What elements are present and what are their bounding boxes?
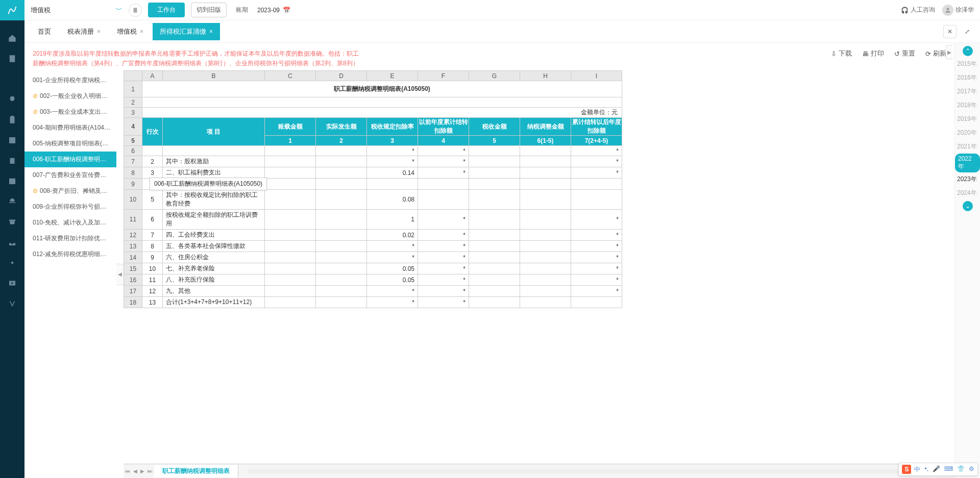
cell[interactable] [520,274,571,286]
row-header-18[interactable]: 18 [124,297,142,308]
cell-item[interactable]: 其中：按税收规定比例扣除的职工教育经费 [163,190,265,210]
download-button[interactable]: ⇩下载 [831,49,852,58]
form-item-10[interactable]: 011-研发费用加计扣除优惠... [24,231,116,246]
form-item-8[interactable]: 009-企业所得税弥补亏损明... [24,199,116,215]
cell[interactable] [367,252,418,263]
cell[interactable] [571,156,622,167]
cell[interactable] [418,286,469,297]
nav-shirt-icon[interactable] [0,150,24,171]
sheet-tab[interactable]: 职工薪酬纳税调整明细表 [154,465,238,477]
cell[interactable] [418,179,469,190]
col-header-C[interactable]: C [265,71,316,81]
cell[interactable] [418,167,469,179]
col-header-I[interactable]: I [571,71,622,81]
cell[interactable]: 0.08 [367,190,418,210]
cell[interactable] [418,210,469,230]
cell[interactable] [316,179,367,190]
cell[interactable] [265,252,316,263]
row-header-5[interactable]: 5 [124,136,142,146]
cell[interactable] [418,156,469,167]
cell[interactable] [265,167,316,179]
nav-video-icon[interactable] [0,273,24,293]
cell[interactable] [520,297,571,308]
sheet-prev-icon[interactable]: ◀ [133,468,137,474]
cell[interactable] [316,210,367,230]
col-header-E[interactable]: E [367,71,418,81]
row-header-15[interactable]: 15 [124,263,142,274]
collapse-handle[interactable]: ◀ [116,70,124,478]
year-item-2020年[interactable]: 2020年 [955,126,980,140]
col-header-B[interactable]: B [163,71,265,81]
cell-item[interactable]: 六、住房公积金 [163,252,265,263]
row-header-7[interactable]: 7 [124,156,142,167]
tax-type-select[interactable]: 增值税 ﹀ [31,6,122,15]
cell[interactable] [418,297,469,308]
cell[interactable] [265,179,316,190]
cell[interactable] [469,179,520,190]
cell[interactable] [265,263,316,274]
cell[interactable] [265,241,316,252]
year-item-2017年[interactable]: 2017年 [955,85,980,98]
right-expand-handle[interactable]: ▶ [945,45,952,59]
cell-seq[interactable]: 5 [142,190,163,210]
cell-seq[interactable]: 10 [142,263,163,274]
cell[interactable] [316,146,367,156]
cell-seq[interactable]: 11 [142,274,163,286]
switch-old-button[interactable]: 切到旧版 [191,3,227,17]
form-item-0[interactable]: 001-企业所得税年度纳税申... [24,72,116,88]
year-item-2015年[interactable]: 2015年 [955,57,980,71]
row-header-6[interactable]: 6 [124,146,142,156]
nav-inbox-icon[interactable] [0,232,24,253]
row-header-17[interactable]: 17 [124,286,142,297]
cell[interactable] [520,286,571,297]
sheet-first-icon[interactable]: ⏮ [125,468,130,474]
cell[interactable] [316,241,367,252]
cell[interactable] [316,167,367,179]
row-header-12[interactable]: 12 [124,230,142,241]
cell[interactable] [316,156,367,167]
cell-item[interactable]: 二、职工福利费支出 [163,167,265,179]
cell[interactable] [418,241,469,252]
col-header-F[interactable]: F [418,71,469,81]
cell[interactable] [520,230,571,241]
cell[interactable] [316,252,367,263]
cell-seq[interactable]: 2 [142,156,163,167]
header-doc-icon[interactable] [129,4,142,17]
cell[interactable] [469,210,520,230]
row-header-11[interactable]: 11 [124,210,142,230]
ime-item-2[interactable]: 🎤 [933,465,940,474]
cell[interactable] [418,146,469,156]
cell-seq[interactable] [142,146,163,156]
cell[interactable] [571,230,622,241]
cell-seq[interactable]: 13 [142,297,163,308]
cell[interactable] [469,146,520,156]
cell[interactable] [265,286,316,297]
ime-toolbar[interactable]: S 中•,🎤⌨👕⚙ [898,463,978,476]
cell[interactable] [265,190,316,210]
col-header-D[interactable]: D [316,71,367,81]
ime-item-4[interactable]: 👕 [957,465,965,474]
year-up-button[interactable]: ⌃ [963,46,973,56]
row-header-16[interactable]: 16 [124,274,142,286]
workbench-button[interactable]: 工作台 [148,3,185,17]
cell-item[interactable]: 七、补充养老保险 [163,263,265,274]
cell[interactable] [469,156,520,167]
tab-1[interactable]: 税表清册× [60,23,108,40]
cell[interactable] [367,179,418,190]
cell[interactable] [469,297,520,308]
reset-button[interactable]: ↺重置 [894,49,915,58]
cell[interactable] [571,241,622,252]
cell-seq[interactable]: 7 [142,230,163,241]
cell[interactable]: 1 [367,210,418,230]
spreadsheet[interactable]: ABCDEFGHI1职工薪酬纳税调整明细表(A105050)23金额单位：元4行… [124,70,954,464]
cell[interactable] [571,179,622,190]
col-header-A[interactable]: A [142,71,163,81]
form-item-7[interactable]: ⊘008-资产折旧、摊销及纳税... [24,183,116,199]
sheet-hscroll[interactable] [242,468,950,474]
form-item-6[interactable]: 007-广告费和业务宣传费跨... [24,167,116,183]
refresh-button[interactable]: ⟳刷新 [925,49,946,58]
row-header-9[interactable]: 9 [124,179,142,190]
row-header-10[interactable]: 10 [124,190,142,210]
tab-3[interactable]: 所得税汇算清缴× [153,23,220,40]
consult-button[interactable]: 🎧 人工咨询 [901,6,935,14]
